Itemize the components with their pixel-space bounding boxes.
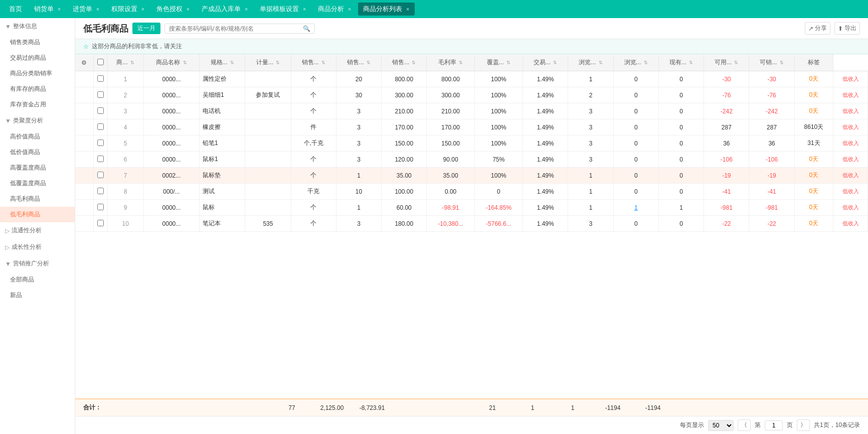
row-checkbox-cell[interactable] [93, 119, 107, 135]
row-current-stock: -981 [704, 200, 749, 216]
close-sales-icon[interactable]: × [58, 6, 61, 12]
sidebar-item-high-value[interactable]: 高价值商品 [0, 129, 75, 144]
close-permission-icon[interactable]: × [141, 6, 144, 12]
row-checkbox-cell[interactable] [93, 216, 107, 232]
row-checkbox[interactable] [97, 172, 104, 178]
row-unit: 件 [291, 119, 336, 135]
sidebar-item-category-rate[interactable]: 商品分类助销率 [0, 66, 75, 81]
row-checkbox-cell[interactable] [93, 152, 107, 168]
sort-saleprofit-icon[interactable]: ⇅ [412, 60, 416, 65]
sort-saleamt-icon[interactable]: ⇅ [367, 60, 371, 65]
row-checkbox[interactable] [97, 75, 104, 82]
row-checkbox-cell[interactable] [93, 168, 107, 184]
row-browse1[interactable]: 1 [613, 200, 658, 216]
row-gross-margin: 100% [474, 87, 523, 103]
sort-stock-icon[interactable]: ⇅ [689, 60, 693, 65]
row-checkbox-cell[interactable] [93, 135, 107, 152]
col-sale-amt: 销售... ⇅ [336, 54, 381, 71]
row-checkbox[interactable] [97, 139, 104, 146]
nav-item-sales[interactable]: 销货单 × [29, 3, 66, 16]
sidebar-item-traded-goods[interactable]: 交易过的商品 [0, 50, 75, 66]
nav-item-analysis-list[interactable]: 商品分析列表 × [358, 3, 414, 16]
col-checkbox[interactable] [93, 54, 107, 71]
row-checkbox[interactable] [97, 107, 104, 114]
sidebar-item-high-coverage[interactable]: 高覆盖度商品 [0, 160, 75, 176]
row-checkbox[interactable] [97, 188, 104, 194]
row-checkbox-cell[interactable] [93, 184, 107, 200]
row-code: 0000... [143, 152, 199, 168]
per-page-select[interactable]: 50 100 200 [708, 420, 734, 431]
sidebar-group-overall[interactable]: ▼ 整体信息 [0, 18, 75, 35]
row-saleable: 0天 [794, 103, 833, 119]
row-checkbox[interactable] [97, 123, 104, 130]
page-input[interactable] [765, 420, 783, 430]
nav-item-template[interactable]: 单据模板设置 × [255, 3, 311, 16]
row-checkbox-cell[interactable] [93, 103, 107, 119]
row-current-stock: -22 [704, 216, 749, 232]
share-button[interactable]: ↗ 分享 [805, 22, 830, 35]
sort-code-icon[interactable]: ⇅ [130, 60, 134, 65]
col-gear[interactable]: ⚙ [75, 54, 93, 71]
sort-saleable-icon[interactable]: ⇅ [780, 60, 784, 65]
sort-unit-icon[interactable]: ⇅ [276, 60, 280, 65]
row-checkbox[interactable] [97, 156, 104, 162]
table-container[interactable]: ⚙ 商... ⇅ 商品名称 ⇅ 规格... ⇅ 计量... ⇅ 销售... ⇅ … [75, 54, 868, 398]
close-analysis-icon[interactable]: × [348, 6, 351, 12]
sidebar-group-growth[interactable]: ▷ 成长性分析 [0, 239, 75, 255]
nav-item-purchase[interactable]: 进货单 × [68, 3, 104, 16]
row-checkbox-cell[interactable] [93, 87, 107, 103]
row-coverage: 1.49% [523, 103, 568, 119]
sort-saleqty-icon[interactable]: ⇅ [321, 60, 325, 65]
nav-item-role[interactable]: 角色授权 × [151, 3, 195, 16]
row-number: 6 [107, 152, 143, 168]
sidebar-item-low-margin[interactable]: 低毛利商品 [0, 207, 75, 222]
export-button[interactable]: ⬆ 导出 [834, 22, 860, 35]
sidebar-item-low-coverage[interactable]: 低覆盖度商品 [0, 176, 75, 191]
sort-browse1-icon[interactable]: ⇅ [599, 60, 603, 65]
sort-coverage-icon[interactable]: ⇅ [506, 60, 510, 65]
content-area: 低毛利商品 近一月 🔍 ↗ 分享 ⬆ 导出 ☆ 这部分商品的利润非常低，请关注 [75, 18, 868, 434]
select-all-checkbox[interactable] [97, 59, 104, 65]
sort-margin-icon[interactable]: ⇅ [459, 60, 463, 65]
close-analysis-list-icon[interactable]: × [406, 6, 409, 12]
sort-available-icon[interactable]: ⇅ [734, 60, 738, 65]
row-checkbox-cell[interactable] [93, 200, 107, 216]
sort-trade-icon[interactable]: ⇅ [553, 60, 557, 65]
row-number: 2 [107, 87, 143, 103]
sidebar-item-low-value[interactable]: 低价值商品 [0, 144, 75, 160]
sidebar-item-stock-goods[interactable]: 有库存的商品 [0, 81, 75, 97]
footer-available: -1194 [633, 404, 673, 411]
next-page-btn[interactable]: 〉 [797, 419, 810, 431]
row-checkbox[interactable] [97, 220, 104, 226]
row-checkbox-cell[interactable] [93, 71, 107, 87]
nav-item-analysis[interactable]: 商品分析 × [313, 3, 356, 16]
search-input[interactable] [169, 25, 303, 32]
sidebar-item-stock-capital[interactable]: 库存资金占用 [0, 97, 75, 112]
row-checkbox[interactable] [97, 204, 104, 210]
nav-item-permission[interactable]: 权限设置 × [106, 3, 149, 16]
close-role-icon[interactable]: × [187, 6, 190, 12]
row-sale-amt: 100.00 [382, 184, 427, 200]
footer-blank3 [192, 404, 232, 411]
prev-page-btn[interactable]: 〈 [738, 419, 751, 431]
close-product-entry-icon[interactable]: × [245, 6, 248, 12]
sidebar-item-high-margin[interactable]: 高毛利商品 [0, 191, 75, 207]
sidebar-group-marketing[interactable]: ▼ 营销推广分析 [0, 255, 75, 272]
footer-label: 合计： [83, 403, 101, 412]
search-icon[interactable]: 🔍 [303, 25, 310, 32]
sort-browse2-icon[interactable]: ⇅ [644, 60, 648, 65]
row-checkbox[interactable] [97, 91, 104, 98]
nav-item-home[interactable]: 首页 [4, 3, 27, 16]
close-purchase-icon[interactable]: × [96, 6, 99, 12]
sidebar-group-cluster[interactable]: ▼ 类聚度分析 [0, 112, 75, 129]
sidebar-item-new-goods[interactable]: 新品 [0, 287, 75, 303]
sidebar-item-all-goods[interactable]: 全部商品 [0, 272, 75, 287]
nav-item-product-entry[interactable]: 产成品入库单 × [197, 3, 253, 16]
row-name: 橡皮擦 [200, 119, 245, 135]
sort-name-icon[interactable]: ⇅ [183, 60, 187, 65]
sidebar-item-sales-goods[interactable]: 销售类商品 [0, 35, 75, 50]
close-template-icon[interactable]: × [303, 6, 306, 12]
filter-btn[interactable]: 近一月 [132, 23, 160, 34]
sidebar-group-circulation[interactable]: ▷ 流通性分析 [0, 222, 75, 239]
sort-spec-icon[interactable]: ⇅ [230, 60, 234, 65]
